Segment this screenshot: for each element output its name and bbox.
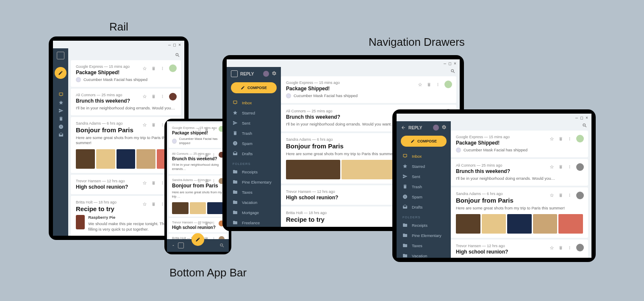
drawer-item-drafts[interactable]: Drafts [397,202,451,212]
chevron-up-icon[interactable] [171,243,175,248]
compose-button[interactable]: COMPOSE [231,82,277,93]
folder-item[interactable]: Receipts [227,167,281,177]
folder-item[interactable]: Pine Elementary [397,230,451,240]
star-icon[interactable] [197,153,202,157]
back-icon[interactable] [401,125,406,130]
email-card[interactable]: Trevor Hansen — 12 hrs agoHigh school re… [169,218,227,232]
more-icon[interactable] [567,137,572,141]
drawer-item-trash[interactable]: Trash [397,181,451,192]
drawer-item-spam[interactable]: Spam [227,138,281,148]
search-icon[interactable] [175,53,180,58]
more-icon[interactable] [211,221,216,226]
folder-item[interactable]: Vacation [397,251,451,258]
folder-label: Pine Elementary [412,233,441,238]
delete-icon[interactable] [558,137,563,141]
star-icon[interactable] [142,94,147,99]
email-card[interactable]: Ali Connors — 25 mins agoBrunch this wee… [169,149,227,174]
star-icon[interactable] [142,66,147,71]
email-card[interactable]: Google Express — 15 mins agoPackage Ship… [451,131,588,157]
image-row [76,149,176,169]
avatar[interactable] [263,71,269,77]
folder-label: Taxes [412,243,422,248]
delete-icon[interactable] [204,178,209,183]
rail-item-drafts[interactable] [58,132,63,137]
compose-fab[interactable] [55,67,67,79]
delete-icon[interactable] [558,245,563,250]
delete-icon[interactable] [558,193,563,198]
drawer-item-star[interactable]: Starred [227,108,281,118]
star-icon[interactable] [142,181,147,185]
avatar[interactable] [433,125,439,131]
drawer-item-inbox[interactable]: Inbox [227,98,281,108]
more-icon[interactable] [567,164,572,169]
email-card[interactable]: Ali Connors — 25 mins agoBrunch this wee… [451,159,588,186]
drawer-item-inbox[interactable]: Inbox [397,151,451,161]
rail-item-star[interactable] [58,100,63,104]
more-icon[interactable] [567,193,572,198]
compose-label: COMPOSE [417,139,437,143]
drawer-item-sent[interactable]: Sent [227,118,281,128]
rail-item-trash[interactable] [58,116,63,120]
more-icon[interactable] [436,82,440,87]
folder-item[interactable]: Receipts [397,220,451,230]
gear-icon[interactable] [272,71,277,76]
search-icon[interactable] [582,123,587,128]
star-icon[interactable] [418,82,422,87]
more-icon[interactable] [160,66,165,71]
navigation-drawer: REPLY COMPOSE InboxStarredSentTrashSpamD… [397,121,451,258]
star-icon[interactable] [550,164,554,169]
delete-icon[interactable] [204,221,209,226]
folder-item[interactable]: Freelance [227,217,281,227]
star-icon[interactable] [550,137,554,141]
compose-fab[interactable] [192,233,204,246]
email-card[interactable]: Trevor Hansen — 12 hrs agoHigh school re… [451,240,588,258]
folder-item[interactable]: Taxes [397,240,451,251]
star-icon[interactable] [550,245,554,250]
drawer-item-sent[interactable]: Sent [397,171,451,181]
delete-icon[interactable] [204,153,209,157]
email-card[interactable]: Google Express — 15 mins agoPackage Ship… [281,76,456,103]
star-icon[interactable] [142,202,147,206]
folder-item[interactable]: Mortgage [227,207,281,217]
email-card[interactable]: Sandra Adams — 6 hrs agoBonjour from Par… [169,176,227,217]
delete-icon[interactable] [151,202,156,206]
delete-icon[interactable] [427,82,431,87]
compose-button[interactable]: COMPOSE [401,136,447,147]
package-icon [286,93,291,98]
email-card[interactable]: Google Express — 15 mins agoPackage Ship… [71,60,181,87]
drawer-item-label: Drafts [242,151,253,156]
star-icon[interactable] [550,193,554,198]
email-card[interactable]: Google Express — 15 mins agoPackage ship… [169,123,227,148]
star-icon[interactable] [197,221,202,226]
star-icon[interactable] [142,123,147,127]
delete-icon[interactable] [204,127,209,131]
drawer-item-star[interactable]: Starred [397,161,451,171]
more-icon[interactable] [567,245,572,250]
search-icon[interactable] [219,243,225,248]
rail-item-spam[interactable] [58,124,63,128]
more-icon[interactable] [211,153,216,157]
gear-icon[interactable] [441,125,447,130]
delete-icon[interactable] [151,123,156,127]
folder-item[interactable]: Taxes [227,187,281,197]
delete-icon[interactable] [151,66,156,71]
app-logo-icon [231,70,238,77]
rail-item-sent[interactable] [58,108,63,112]
folder-item[interactable]: Pine Elementary [227,177,281,187]
more-icon[interactable] [211,178,216,183]
drawer-item-spam[interactable]: Spam [397,192,451,202]
star-icon[interactable] [197,178,202,183]
email-card[interactable]: Sandra Adams — 6 hrs agoBonjour from Par… [451,187,588,238]
search-icon[interactable] [450,69,455,74]
drawer-item-trash[interactable]: Trash [227,128,281,138]
star-icon[interactable] [197,127,202,131]
drawer-item-drafts[interactable]: Drafts [227,148,281,159]
rail-item-inbox[interactable] [58,92,63,96]
delete-icon[interactable] [151,181,156,185]
delete-icon[interactable] [151,94,156,99]
email-card[interactable]: Ali Connors — 25 mins agoBrunch this wee… [71,89,181,115]
folder-item[interactable]: Vacation [227,197,281,207]
more-icon[interactable] [160,94,165,99]
more-icon[interactable] [211,127,216,131]
delete-icon[interactable] [558,164,563,169]
